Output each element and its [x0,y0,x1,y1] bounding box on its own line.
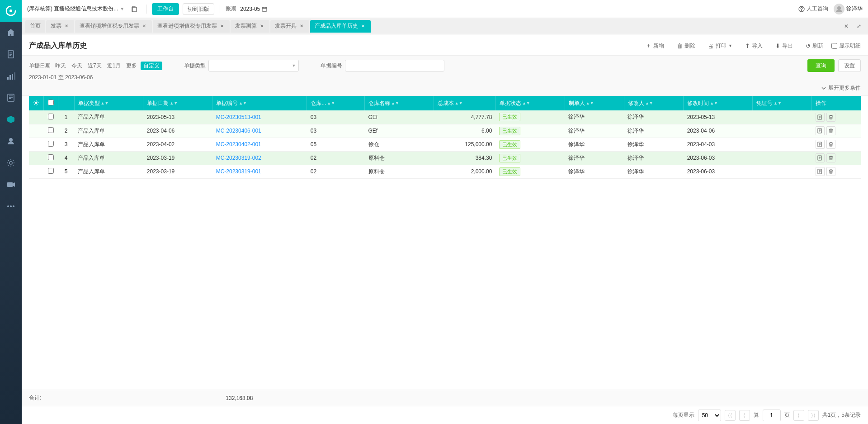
tab-history[interactable]: 产成品入库单历史 ✕ [310,20,371,33]
th-doc-type[interactable]: 单据类型▲▼ [74,96,143,110]
th-doc-no[interactable]: 单据编号▲▼ [212,96,307,110]
tab-issue-close[interactable]: ✕ [298,23,305,29]
row-delete-icon[interactable] [826,153,835,162]
row-checkbox[interactable] [43,110,58,124]
display-detail-checkbox[interactable] [831,43,837,49]
doc-type-select[interactable]: ▼ [208,60,299,71]
tab-issue[interactable]: 发票开具 ✕ [270,20,309,33]
date-more[interactable]: 更多 [124,62,139,70]
sort-wh-name[interactable]: ▲▼ [391,101,399,105]
row-checkbox[interactable] [43,165,58,178]
row-delete-icon[interactable] [826,167,835,176]
row-edit-icon[interactable] [816,126,825,135]
sidebar-home[interactable] [0,22,22,43]
tab-sales-invoice[interactable]: 查看销项增值税专用发票 ✕ [75,20,152,33]
th-warehouse-code[interactable]: 仓库...▲▼ [307,96,365,110]
date-custom[interactable]: 自定义 [141,62,162,70]
sidebar-video[interactable] [0,174,22,195]
row-delete-icon[interactable] [826,113,835,122]
sort-voucher[interactable]: ▲▼ [774,101,782,105]
tab-purchase-close[interactable]: ✕ [219,23,225,29]
row-edit-icon[interactable] [816,167,825,176]
sidebar-documents[interactable] [0,43,22,65]
tab-calc-close[interactable]: ✕ [259,23,265,29]
th-modifier[interactable]: 修改人▲▼ [624,96,683,110]
page-last-btn[interactable]: ⟩⟩ [808,410,819,421]
sort-status[interactable]: ▲▼ [522,101,530,105]
sidebar-ledger[interactable] [0,87,22,109]
row-edit-icon[interactable] [816,113,825,122]
th-modify-time[interactable]: 修改时间▲▼ [684,96,753,110]
th-warehouse-name[interactable]: 仓库名称▲▼ [365,96,434,110]
select-all-checkbox[interactable] [48,100,54,105]
sidebar-settings2[interactable] [0,152,22,174]
sort-cost[interactable]: ▲▼ [455,101,463,105]
query-button[interactable]: 查询 [807,59,835,72]
doc-no-input[interactable] [345,60,444,71]
sidebar-analytics[interactable] [0,65,22,87]
th-status[interactable]: 单据状态▲▼ [495,96,565,110]
sort-modify-time[interactable]: ▲▼ [710,101,718,105]
row-delete-icon[interactable] [826,140,835,149]
company-dropdown-icon[interactable]: ▼ [120,6,124,11]
tab-history-close[interactable]: ✕ [360,23,366,29]
switch-version-button[interactable]: 切到旧版 [183,3,214,15]
row-edit-icon[interactable] [816,140,825,149]
row-doc-no[interactable]: MC-20230402-001 [212,138,307,151]
add-button[interactable]: ＋ 新增 [641,40,669,52]
row-checkbox[interactable] [43,124,58,138]
th-settings[interactable] [29,96,43,110]
sort-modifier[interactable]: ▲▼ [645,101,653,105]
sidebar-inventory[interactable] [0,109,22,130]
page-size-select[interactable]: 50 100 200 [698,410,721,421]
sort-doc-type[interactable]: ▲▼ [101,101,109,105]
sort-doc-no[interactable]: ▲▼ [239,101,247,105]
row-doc-no[interactable]: MC-20230406-001 [212,124,307,138]
th-voucher[interactable]: 凭证号▲▼ [753,96,812,110]
page-input[interactable] [763,410,781,421]
sidebar-more[interactable] [0,195,22,217]
row-checkbox[interactable] [43,138,58,151]
help-button[interactable]: 人工咨询 [798,5,828,13]
print-button[interactable]: 🖨 打印 ▼ [703,40,737,52]
row-checkbox[interactable] [43,151,58,165]
row-doc-no[interactable]: MC-20230513-001 [212,110,307,124]
tab-invoice-close[interactable]: ✕ [63,23,70,29]
sort-creator[interactable]: ▲▼ [586,101,594,105]
import-button[interactable]: ⬆ 导入 [741,40,767,52]
user-menu[interactable]: 徐泽华 [834,4,863,14]
date-1month[interactable]: 近1月 [105,62,123,70]
date-yesterday[interactable]: 昨天 [53,62,68,70]
tab-close-all[interactable]: ✕ [841,21,852,32]
row-edit-icon[interactable] [816,153,825,162]
th-doc-date[interactable]: 单据日期▲▼ [143,96,212,110]
refresh-button[interactable]: ↺ 刷新 [801,40,828,52]
tab-home[interactable]: 首页 [25,20,45,33]
date-today[interactable]: 今天 [70,62,84,70]
row-doc-no[interactable]: MC-20230319-001 [212,165,307,178]
copy-icon[interactable] [128,3,141,15]
date-7days[interactable]: 近7天 [86,62,104,70]
th-creator[interactable]: 制单人▲▼ [565,96,624,110]
page-prev-btn[interactable]: ⟨ [739,410,750,421]
delete-button[interactable]: 🗑 删除 [672,40,700,52]
display-detail-toggle[interactable]: 显示明细 [831,42,861,50]
tab-invoice[interactable]: 发票 ✕ [46,20,74,33]
tab-calc[interactable]: 发票测算 ✕ [231,20,269,33]
tab-maximize[interactable]: ⤢ [854,21,864,32]
page-next-btn[interactable]: ⟩ [793,410,804,421]
workbench-button[interactable]: 工作台 [152,3,179,15]
sidebar-user[interactable] [0,130,22,152]
export-button[interactable]: ⬇ 导出 [771,40,797,52]
sort-doc-date[interactable]: ▲▼ [170,101,178,105]
setting-button[interactable]: 设置 [838,59,861,72]
row-doc-no[interactable]: MC-20230319-002 [212,151,307,165]
th-total-cost[interactable]: 总成本▲▼ [434,96,495,110]
tab-purchase-invoice[interactable]: 查看进项增值税专用发票 ✕ [153,20,230,33]
expand-button[interactable]: 展开更多条件 [821,84,861,92]
tab-sales-close[interactable]: ✕ [141,23,147,29]
th-checkbox[interactable] [43,96,58,110]
page-first-btn[interactable]: ⟨⟨ [725,410,736,421]
sort-wh-code[interactable]: ▲▼ [327,101,335,105]
row-delete-icon[interactable] [826,126,835,135]
